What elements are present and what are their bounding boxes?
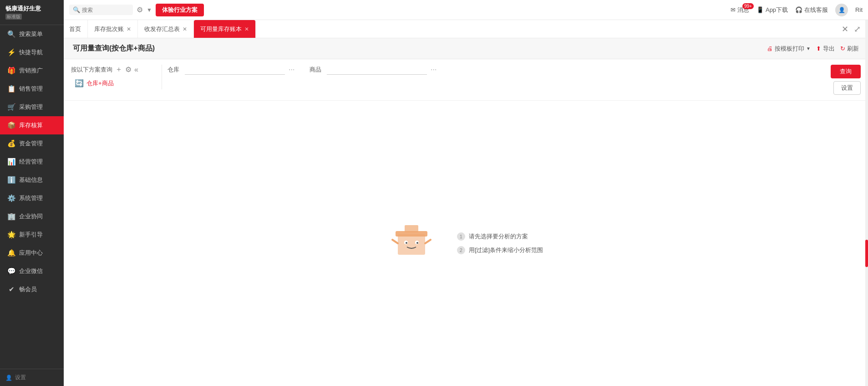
sidebar-item-quick-nav[interactable]: ⚡ 快捷导航: [0, 43, 64, 62]
service-label: 在线客服: [804, 6, 828, 14]
tab-batch-ledger[interactable]: 库存批次账 ✕: [88, 20, 138, 38]
sidebar: 畅康通好生意 标准版 🔍 搜索菜单 ⚡ 快捷导航 🎁 营销推广 📋 销售管理 🛒…: [0, 0, 64, 386]
sales-icon: 📋: [7, 85, 15, 93]
right-scrollbar: [865, 20, 868, 386]
sidebar-item-finance[interactable]: 💰 资金管理: [0, 134, 64, 153]
sidebar-item-newbie[interactable]: 🌟 新手引导: [0, 226, 64, 244]
sidebar-item-system[interactable]: ⚙️ 系统管理: [0, 189, 64, 207]
sidebar-item-inventory[interactable]: 📦 库存核算: [0, 116, 64, 134]
warehouse-field: 仓库 ···: [168, 65, 304, 75]
message-button[interactable]: ✉ 消息 99+: [731, 6, 749, 14]
tip-text-1: 请先选择要分析的方案: [469, 232, 528, 241]
purchase-icon: 🛒: [7, 103, 15, 111]
top-header: 🔍 ⚙ ▼ 体验行业方案 ✉ 消息 99+ 📱 App下载 🎧 在线客服 👤 R: [64, 0, 868, 20]
online-service-button[interactable]: 🎧 在线客服: [795, 6, 828, 14]
tab-available-ledger-close-icon[interactable]: ✕: [244, 26, 249, 32]
svg-line-8: [425, 240, 431, 243]
main-area: 🔍 ⚙ ▼ 体验行业方案 ✉ 消息 99+ 📱 App下载 🎧 在线客服 👤 R: [64, 0, 868, 386]
filter-buttons: 查询 设置: [831, 65, 861, 95]
page-header: 可用量查询(按仓库+商品) 🖨 按模板打印 ▼ ⬆ 导出 ↻ 刷新: [64, 38, 868, 59]
tab-home-label: 首页: [69, 25, 81, 33]
sidebar-item-label: 新手引导: [19, 231, 43, 239]
filter-area: 按以下方案查询 ＋ ⚙ « 🔄 仓库+商品 仓库 ···: [64, 59, 868, 101]
sidebar-item-marketing[interactable]: 🎁 营销推广: [0, 62, 64, 80]
app-download-button[interactable]: 📱 App下载: [756, 6, 788, 14]
sidebar-item-label: 企业微信: [19, 267, 43, 275]
sidebar-item-appstore[interactable]: 🔔 应用中心: [0, 244, 64, 262]
message-badge: 99+: [742, 3, 754, 9]
sidebar-item-search[interactable]: 🔍 搜索菜单: [0, 25, 64, 43]
add-scheme-button[interactable]: ＋: [115, 65, 122, 74]
search-box-icon: 🔍: [73, 6, 80, 13]
sidebar-item-member[interactable]: ✔ 畅会员: [0, 280, 64, 299]
tab-collect-ledger-label: 收发存汇总表: [144, 25, 180, 33]
member-icon: ✔: [7, 285, 15, 293]
sidebar-item-label: 销售管理: [19, 85, 43, 93]
product-input[interactable]: [327, 65, 427, 75]
sidebar-item-operation[interactable]: 📊 经营管理: [0, 153, 64, 171]
tab-close-icon[interactable]: ✕: [840, 23, 850, 35]
print-label: 按模板打印: [775, 45, 804, 53]
export-icon: ⬆: [816, 45, 821, 52]
edit-scheme-button[interactable]: ⚙: [125, 65, 132, 74]
message-icon: ✉: [731, 6, 736, 13]
settings-button[interactable]: 设置: [833, 81, 861, 95]
avatar[interactable]: 👤: [835, 4, 848, 16]
warehouse-input[interactable]: [185, 65, 285, 75]
version-tag: 标准版: [5, 14, 22, 20]
system-icon: ⚙️: [7, 194, 15, 202]
content-area: 可用量查询(按仓库+商品) 🖨 按模板打印 ▼ ⬆ 导出 ↻ 刷新: [64, 38, 868, 386]
tip-num-1: 1: [457, 232, 465, 241]
print-button[interactable]: 🖨 按模板打印 ▼: [767, 45, 811, 53]
sidebar-logo: 畅康通好生意 标准版: [0, 0, 64, 25]
tab-collect-ledger-close-icon[interactable]: ✕: [183, 26, 187, 32]
tab-collect-ledger[interactable]: 收发存汇总表 ✕: [138, 20, 194, 38]
refresh-button[interactable]: ↻ 刷新: [840, 45, 859, 53]
empty-tips: 1 请先选择要分析的方案 2 用[过滤]条件来缩小分析范围: [457, 232, 543, 254]
tab-expand-icon[interactable]: ⤢: [852, 23, 863, 35]
sidebar-item-label: 采购管理: [19, 103, 43, 111]
avatar-image: 👤: [838, 7, 845, 13]
collapse-scheme-button[interactable]: «: [134, 66, 138, 74]
sidebar-item-label: 应用中心: [19, 249, 43, 257]
sidebar-item-purchase[interactable]: 🛒 采购管理: [0, 98, 64, 116]
sidebar-item-sales[interactable]: 📋 销售管理: [0, 80, 64, 98]
search-input[interactable]: [82, 7, 127, 13]
sidebar-item-basics[interactable]: ℹ️ 基础信息: [0, 171, 64, 189]
sidebar-bottom: 👤 设置: [0, 369, 64, 386]
operation-icon: 📊: [7, 158, 15, 166]
sidebar-item-label: 畅会员: [19, 285, 37, 293]
svg-rect-2: [405, 225, 418, 232]
query-button[interactable]: 查询: [831, 65, 861, 78]
app-download-icon: 📱: [756, 6, 764, 13]
trial-button[interactable]: 体验行业方案: [156, 4, 204, 16]
tab-available-ledger-label: 可用量库存账本: [200, 25, 242, 33]
dropdown-arrow-icon[interactable]: ▼: [147, 7, 152, 13]
filter-row: 仓库 ··· 商品 ···: [168, 65, 825, 75]
tab-home[interactable]: 首页: [69, 20, 88, 38]
inventory-icon: 📦: [7, 121, 15, 129]
empty-state: 1 请先选择要分析的方案 2 用[过滤]条件来缩小分析范围: [64, 101, 868, 386]
tip-num-2: 2: [457, 246, 465, 254]
search-box[interactable]: 🔍: [69, 5, 133, 15]
tab-batch-ledger-close-icon[interactable]: ✕: [127, 26, 131, 32]
scheme-item-warehouse-product[interactable]: 🔄 仓库+商品: [71, 77, 154, 89]
sidebar-item-label: 系统管理: [19, 194, 43, 202]
sidebar-bottom-label: 设置: [15, 374, 26, 381]
sidebar-item-enterprise[interactable]: 🏢 企业协同: [0, 207, 64, 226]
scrollbar-thumb[interactable]: [865, 240, 868, 267]
sidebar-item-wechat[interactable]: 💬 企业微信: [0, 262, 64, 280]
sidebar-item-label: 资金管理: [19, 139, 43, 148]
product-more-icon[interactable]: ···: [431, 66, 437, 74]
export-button[interactable]: ⬆ 导出: [816, 45, 835, 53]
tab-available-ledger[interactable]: 可用量库存账本 ✕: [194, 20, 256, 38]
settings-gear-icon[interactable]: ⚙: [137, 5, 143, 14]
tabs-actions: ✕ ⤢: [840, 23, 863, 35]
warehouse-more-icon[interactable]: ···: [289, 66, 294, 74]
tip-item-2: 2 用[过滤]条件来缩小分析范围: [457, 246, 543, 254]
tab-batch-ledger-label: 库存批次账: [94, 25, 124, 33]
user-icon: 👤: [5, 375, 12, 381]
refresh-icon: ↻: [840, 45, 845, 52]
empty-illustration: [389, 216, 443, 271]
sidebar-item-label: 企业协同: [19, 212, 43, 221]
